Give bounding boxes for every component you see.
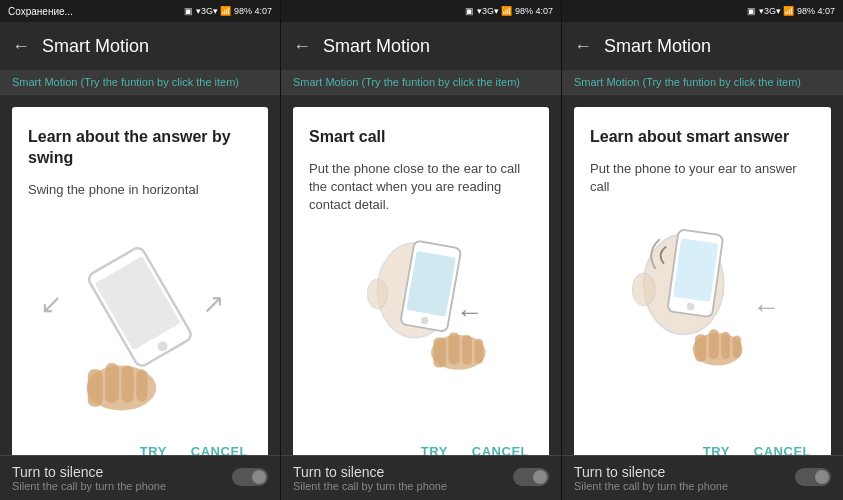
bottom-bar-3: Turn to silence Silent the call by turn … [562, 455, 843, 500]
panel-call: ▣ ▾3G▾ 📶 98% 4:07 ← Smart Motion Smart M… [281, 0, 562, 500]
status-icons-1: ▣ ▾3G▾ 📶 98% 4:07 [184, 6, 272, 16]
svg-rect-27 [695, 334, 706, 362]
dialog-card-3: Learn about smart answer Put the phone t… [574, 107, 831, 477]
svg-rect-17 [448, 332, 459, 364]
illustration-swing: ↙ ↗ [28, 209, 252, 430]
svg-text:↗: ↗ [202, 288, 225, 319]
dialog-title-3: Learn about smart answer [590, 127, 815, 148]
bottom-title-3: Turn to silence [574, 464, 831, 480]
svg-rect-30 [733, 336, 742, 359]
panel-answer: ▣ ▾3G▾ 📶 98% 4:07 ← Smart Motion Smart M… [562, 0, 843, 500]
dialog-desc-1: Swing the phone in horizontal [28, 181, 252, 199]
toggle-knob-2 [533, 470, 547, 484]
dialog-card-1: Learn about the answer by swing Swing th… [12, 107, 268, 477]
svg-rect-6 [121, 365, 133, 402]
app-title-1: Smart Motion [42, 36, 149, 57]
app-title-3: Smart Motion [604, 36, 711, 57]
svg-point-22 [633, 273, 656, 306]
dialog-title-1: Learn about the answer by swing [28, 127, 252, 169]
status-icons-3: ▣ ▾3G▾ 📶 98% 4:07 [747, 6, 835, 16]
illustration-answer: ← [590, 206, 815, 430]
panel-swing: Сохранение... ▣ ▾3G▾ 📶 98% 4:07 ← Smart … [0, 0, 281, 500]
status-right-3: ▣ ▾3G▾ 📶 98% 4:07 [747, 6, 835, 16]
status-bar-3: ▣ ▾3G▾ 📶 98% 4:07 [562, 0, 843, 22]
call-svg: ← [309, 228, 533, 427]
dialog-desc-3: Put the phone to your ear to answer call [590, 160, 815, 196]
status-icons-2: ▣ ▾3G▾ 📶 98% 4:07 [465, 6, 553, 16]
toggle-1[interactable] [232, 468, 268, 486]
svg-rect-29 [721, 332, 730, 360]
toggle-knob-3 [815, 470, 829, 484]
svg-rect-4 [88, 369, 103, 406]
svg-text:←: ← [753, 291, 781, 322]
svg-text:↙: ↙ [40, 288, 63, 319]
toggle-2[interactable] [513, 468, 549, 486]
svg-text:←: ← [456, 296, 483, 327]
bottom-desc-1: Silent the call by turn the phone [12, 480, 268, 492]
app-bar-3: ← Smart Motion [562, 22, 843, 70]
dialog-title-2: Smart call [309, 127, 533, 148]
illustration-call: ← [309, 224, 533, 430]
dialog-card-2: Smart call Put the phone close to the ea… [293, 107, 549, 477]
app-title-2: Smart Motion [323, 36, 430, 57]
back-button-1[interactable]: ← [12, 36, 30, 57]
sub-header-2: Smart Motion (Try the funtion by click t… [281, 70, 561, 95]
bottom-title-2: Turn to silence [293, 464, 549, 480]
svg-rect-7 [136, 369, 147, 401]
svg-rect-18 [462, 335, 472, 365]
toggle-knob-1 [252, 470, 266, 484]
status-bar-2: ▣ ▾3G▾ 📶 98% 4:07 [281, 0, 561, 22]
status-left-1: Сохранение... [8, 6, 184, 17]
toggle-3[interactable] [795, 468, 831, 486]
app-bar-1: ← Smart Motion [0, 22, 280, 70]
svg-rect-16 [433, 337, 445, 367]
status-right-1: ▣ ▾3G▾ 📶 98% 4:07 [184, 6, 272, 16]
sub-header-3: Smart Motion (Try the funtion by click t… [562, 70, 843, 95]
app-bar-2: ← Smart Motion [281, 22, 561, 70]
status-bar-1: Сохранение... ▣ ▾3G▾ 📶 98% 4:07 [0, 0, 280, 22]
answer-svg: ← [590, 218, 815, 418]
svg-rect-5 [105, 363, 119, 403]
bottom-desc-3: Silent the call by turn the phone [574, 480, 831, 492]
bottom-bar-2: Turn to silence Silent the call by turn … [281, 455, 561, 500]
status-right-2: ▣ ▾3G▾ 📶 98% 4:07 [465, 6, 553, 16]
sub-header-1: Smart Motion (Try the funtion by click t… [0, 70, 280, 95]
svg-rect-19 [475, 338, 484, 363]
svg-point-11 [367, 279, 387, 309]
bottom-bar-1: Turn to silence Silent the call by turn … [0, 455, 280, 500]
bottom-desc-2: Silent the call by turn the phone [293, 480, 549, 492]
back-button-3[interactable]: ← [574, 36, 592, 57]
swing-svg: ↙ ↗ [28, 220, 252, 419]
svg-rect-28 [709, 329, 719, 359]
dialog-desc-2: Put the phone close to the ear to call t… [309, 160, 533, 215]
bottom-title-1: Turn to silence [12, 464, 268, 480]
back-button-2[interactable]: ← [293, 36, 311, 57]
